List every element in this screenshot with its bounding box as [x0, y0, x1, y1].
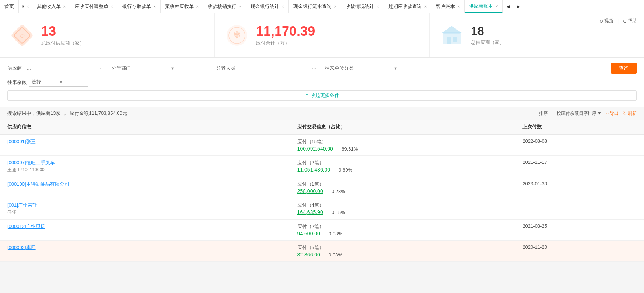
- nav-tab-cash-bank-stat-close[interactable]: ×: [281, 4, 284, 9]
- svg-rect-9: [453, 37, 457, 42]
- summary-card-total-suppliers: 18 总供应商（家） ⊙ 视频 | ⊙ 帮助: [430, 13, 644, 57]
- collapse-button[interactable]: ⌃ 收起更多条件: [7, 90, 637, 101]
- tx-amount-0[interactable]: 100,092,540.00: [297, 146, 333, 152]
- nav-prev-arrow[interactable]: ◀: [503, 0, 513, 13]
- supplier-link-5[interactable]: [000002]李四: [7, 245, 36, 250]
- last-pay-cell-3: [515, 198, 644, 220]
- table-row: [000007]恒旺二手叉车王通 17106110000应付（2笔） 11,05…: [0, 156, 644, 177]
- card3-content: 18 总供应商（家）: [471, 25, 504, 46]
- supplier-dots: ···: [98, 65, 103, 71]
- sort-select[interactable]: 按应付余额倒序排序 ▼: [557, 110, 602, 117]
- video-link[interactable]: ⊙ 视频: [599, 18, 613, 24]
- nav-tab-supplier-account-close[interactable]: ×: [495, 4, 498, 9]
- filter-dept: 分管部门 ▼: [112, 65, 207, 72]
- category-label: 往来单位分类: [325, 65, 354, 72]
- tx-amount-5[interactable]: 32,366.00: [297, 252, 320, 258]
- nav-tab-customer-account[interactable]: 客户账本 ×: [431, 0, 465, 13]
- table-row: [001]广州荣轩仔仔应付（4笔） 164,635.90 0.15%: [0, 198, 644, 220]
- help-link[interactable]: ⊙ 帮助: [623, 18, 637, 24]
- top-right-links: ⊙ 视频 | ⊙ 帮助: [599, 18, 637, 24]
- nav-tab-customer-account-close[interactable]: ×: [457, 4, 460, 9]
- nav-tab-prepay-collect-close[interactable]: ×: [196, 4, 199, 9]
- tx-amount-row-2: 258,000.00 0.23%: [297, 187, 508, 194]
- dept-select[interactable]: ▼: [134, 65, 207, 72]
- nav-tab-cash-bank-stat-label: 现金银行统计: [251, 3, 279, 10]
- category-select[interactable]: ▼: [357, 65, 430, 72]
- supplier-cell-5: [000002]李四: [0, 241, 290, 262]
- nav-next-arrow[interactable]: ▶: [513, 0, 523, 13]
- refresh-button[interactable]: ↻ 刷新: [623, 110, 637, 117]
- tx-amount-row-0: 100,092,540.00 89.61%: [297, 145, 508, 152]
- nav-tab-supplier-account[interactable]: 供应商账本 ×: [465, 0, 503, 13]
- nav-tab-3-close[interactable]: ×: [27, 4, 29, 9]
- tx-amount-4[interactable]: 94,600.00: [297, 231, 320, 237]
- card2-content: 11,170.39 应付合计（万）: [256, 24, 315, 47]
- nav-tab-prepay-collect[interactable]: 预收冲应收单 ×: [161, 0, 203, 13]
- supplier-input[interactable]: [25, 64, 98, 72]
- nav-tab-collect-stat[interactable]: 收款情况统计 ×: [341, 0, 384, 13]
- tx-cell-0: 应付（15笔） 100,092,540.00 89.61%: [290, 134, 515, 156]
- nav-tab-cash-bank-stat[interactable]: 现金银行统计 ×: [246, 0, 289, 13]
- nav-tab-receipt-verify-close[interactable]: ×: [239, 4, 241, 9]
- supplier-link-1[interactable]: [000007]恒旺二手叉车: [7, 160, 55, 165]
- filter-row-1: 供应商 ··· 分管部门 ▼ 分管人员 ··· 往来单位分类 ▼ 查询: [7, 63, 637, 74]
- nav-tab-overdue-collect[interactable]: 超期应收款查询 ×: [384, 0, 431, 13]
- person-input[interactable]: [238, 64, 312, 72]
- card1-label: 总应付供应商（家）: [41, 40, 84, 46]
- diamond-icon: ◇: [9, 22, 35, 49]
- nav-tab-3[interactable]: 3 ×: [19, 0, 32, 13]
- nav-tab-bank-deposit-close[interactable]: ×: [153, 4, 156, 9]
- dept-label: 分管部门: [112, 65, 131, 72]
- supplier-cell-4: [000012]广州贝瑞: [0, 220, 290, 241]
- nav-tab-bank-deposit[interactable]: 银行存取款单 ×: [118, 0, 161, 13]
- filter-category: 往来单位分类 ▼: [325, 65, 430, 72]
- export-button[interactable]: ○ 导出: [606, 110, 619, 117]
- nav-tab-cash-bank-flow-close[interactable]: ×: [334, 4, 336, 9]
- table-row: [000001]张三应付（15笔） 100,092,540.00 89.61% …: [0, 134, 644, 156]
- nav-tab-home[interactable]: 首页: [0, 0, 19, 13]
- tx-pct-3: 0.15%: [329, 210, 345, 215]
- nav-tab-receipt-verify-label: 收款核销执行: [208, 3, 237, 10]
- nav-tab-receipt-verify[interactable]: 收款核销执行 ×: [203, 0, 246, 13]
- table-row: [000012]广州贝瑞应付（2笔） 94,600.00 0.08% 2021-…: [0, 220, 644, 241]
- query-button[interactable]: 查询: [611, 63, 637, 74]
- help-icon: ⊙: [623, 18, 627, 24]
- card2-label: 应付合计（万）: [256, 40, 315, 46]
- supplier-link-3[interactable]: [001]广州荣轩: [7, 202, 37, 208]
- nav-tab-cash-bank-flow-label: 现金银行流水查询: [293, 3, 332, 10]
- tx-amount-row-3: 164,635.90 0.15%: [297, 208, 508, 215]
- nav-tab-other-income[interactable]: 其他收入单 ×: [32, 0, 70, 13]
- nav-tab-collect-stat-close[interactable]: ×: [377, 4, 379, 9]
- collapse-label: 收起更多条件: [311, 92, 339, 99]
- table-container: 供应商信息 应付交易信息（占比） 上次付数 [000001]张三应付（15笔） …: [0, 120, 644, 262]
- card1-number: 13: [41, 24, 84, 39]
- supplier-link-0[interactable]: [000001]张三: [7, 139, 36, 144]
- nav-tab-customer-account-label: 客户账本: [436, 3, 455, 10]
- sort-arrow-icon: ▼: [597, 111, 602, 116]
- nav-tab-cash-bank-flow[interactable]: 现金银行流水查询 ×: [289, 0, 341, 13]
- wheat-icon: ✾: [224, 22, 250, 49]
- balance-select[interactable]: 选择... ▼: [29, 77, 88, 87]
- supplier-cell-0: [000001]张三: [0, 134, 290, 156]
- result-actions: 排序： 按应付余额倒序排序 ▼ ○ 导出 ↻ 刷新: [539, 110, 637, 117]
- nav-tab-overdue-collect-close[interactable]: ×: [424, 4, 427, 9]
- svg-rect-8: [447, 37, 451, 44]
- tx-amount-3[interactable]: 164,635.90: [297, 209, 323, 215]
- supplier-table: 供应商信息 应付交易信息（占比） 上次付数 [000001]张三应付（15笔） …: [0, 120, 644, 262]
- tx-amount-row-5: 32,366.00 0.03%: [297, 251, 508, 258]
- tx-amount-2[interactable]: 258,000.00: [297, 188, 323, 194]
- refresh-label: 刷新: [628, 110, 637, 117]
- nav-tab-ap-adjust[interactable]: 应收应付调整单 ×: [70, 0, 118, 13]
- supplier-link-2[interactable]: [000100]本特勤油品有限公司: [7, 181, 69, 187]
- tx-amount-1[interactable]: 11,051,486.00: [297, 167, 330, 173]
- last-pay-cell-2: 2023-01-30: [515, 177, 644, 198]
- supplier-link-4[interactable]: [000012]广州贝瑞: [7, 224, 45, 229]
- table-header-row: 供应商信息 应付交易信息（占比） 上次付数: [0, 120, 644, 134]
- balance-label: 往来余额: [7, 79, 27, 86]
- tx-pct-4: 0.08%: [326, 231, 342, 237]
- nav-tab-ap-adjust-close[interactable]: ×: [111, 4, 113, 9]
- nav-tab-home-label: 首页: [4, 3, 14, 10]
- nav-tab-collect-stat-label: 收款情况统计: [346, 3, 374, 10]
- nav-tab-other-income-close[interactable]: ×: [63, 4, 66, 9]
- link-divider: |: [617, 18, 619, 24]
